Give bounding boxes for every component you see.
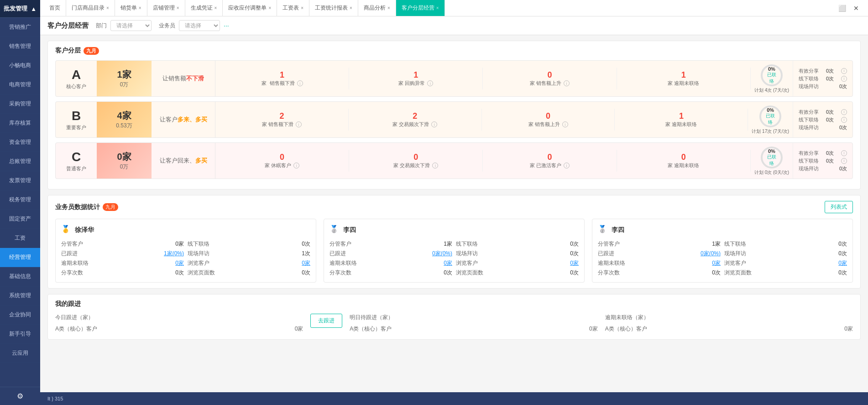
sidebar-item-fixed-assets[interactable]: 固定资产 — [0, 210, 40, 229]
info-icon[interactable]: i — [296, 121, 302, 127]
tier-row-b: B 重要客户 4家 0.53万 让客户多来、多买 2 家 销售额下滑 i — [55, 101, 853, 138]
info-icon[interactable]: i — [297, 80, 303, 86]
main-area: 首页 门店商品目录 × 销货单 × 店铺管理 × 生成凭证 × 应收应付调整单 … — [40, 0, 868, 405]
tier-a-main: 1家 0万 — [97, 61, 152, 96]
tab-receivable[interactable]: 应收应付调整单 × — [223, 0, 277, 16]
sidebar-item-sales[interactable]: 销售管理 — [0, 37, 40, 56]
tier-a-label: A 核心客户 — [56, 61, 97, 96]
followup-title: 我的跟进 — [55, 300, 853, 308]
sidebar-item-tax[interactable]: 税务管理 — [0, 190, 40, 210]
staff-1-stat-share: 分享次数 0次 — [61, 269, 184, 277]
tab-close-payroll-report[interactable]: × — [350, 5, 352, 11]
sidebar-item-biz-mgmt[interactable]: 经营管理 — [0, 248, 40, 267]
list-view-button[interactable]: 列表式 — [825, 201, 853, 213]
sidebar-item-invoice[interactable]: 发票管理 — [0, 171, 40, 190]
biz-stats-section: 业务员数据统计 九月 列表式 🥇 徐泽华 分管客户 0家 — [47, 195, 861, 289]
tab-store-mgmt[interactable]: 店铺管理 × — [147, 0, 185, 16]
sidebar-item-marketing[interactable]: 营销推广 — [0, 18, 40, 37]
staff-2-badge: 🥈 — [329, 225, 340, 236]
tab-payroll-table[interactable]: 工资表 × — [277, 0, 309, 16]
tier-a-stat-4: 1 家 逾期未联络 — [617, 68, 751, 89]
circle-container: 0% 已联络 — [760, 63, 784, 87]
staff-2-stat-browse: 浏览客户 0家 — [456, 259, 579, 267]
info-icon[interactable]: i — [564, 80, 570, 86]
tab-bar: 首页 门店商品目录 × 销货单 × 店铺管理 × 生成凭证 × 应收应付调整单 … — [40, 0, 868, 16]
info-icon[interactable]: i — [564, 163, 570, 168]
tier-b-stat-3: 0 家 销售额上升 i — [482, 109, 615, 131]
info-icon[interactable]: i — [841, 158, 847, 164]
info-icon[interactable]: i — [841, 76, 847, 82]
sidebar-top[interactable]: 批发管理 ▲ — [0, 0, 40, 18]
sidebar-top-label: 批发管理 — [4, 5, 27, 13]
tier-a-stat-1: 1 家 销售额下滑 i — [215, 68, 349, 89]
staff-select[interactable]: 请选择 — [179, 20, 220, 31]
tab-store-products[interactable]: 门店商品目录 × — [66, 0, 115, 16]
tab-close-sales-order[interactable]: × — [139, 5, 141, 11]
sidebar-item-ledger[interactable]: 总账管理 — [0, 152, 40, 171]
tier-c-label: C 普通客户 — [56, 143, 97, 179]
tier-b-stat-4: 1 家 逾期未联络 — [615, 109, 748, 131]
info-icon[interactable]: i — [841, 117, 847, 123]
info-icon[interactable]: i — [841, 150, 847, 156]
dept-select[interactable]: 请选择 — [110, 20, 152, 31]
sidebar-item-ecom[interactable]: 电商管理 — [0, 75, 40, 95]
tier-row-c: C 普通客户 0家 0万 让客户回来、多买 0 家 休眠客户 i 0 — [55, 142, 853, 179]
tier-c-stat-4: 0 家 逾期未联络 — [617, 150, 751, 172]
tier-c-stat-1: 0 家 休眠客户 i — [215, 150, 349, 172]
tier-c-stat-3: 0 家 已激活客户 i — [483, 150, 617, 172]
info-icon[interactable]: i — [432, 163, 438, 168]
staff-card-1: 🥇 徐泽华 分管客户 0家 线下联络 0次 已跟进 — [55, 219, 316, 283]
dept-label: 部门 — [96, 22, 107, 30]
settings-icon[interactable]: ⚙ — [17, 392, 23, 400]
tab-close-store-products[interactable]: × — [106, 5, 109, 11]
staff-2-stat-overdue: 逾期未联络 0家 — [329, 259, 452, 267]
staff-1-stat-visit: 现场拜访 1次 — [188, 250, 310, 258]
sidebar-item-micro-ecom[interactable]: 小畅电商 — [0, 56, 40, 75]
staff-card-2: 🥈 李四 分管客户 1家 线下联络 0次 已跟进 — [324, 219, 585, 283]
tab-close-voucher[interactable]: × — [214, 5, 217, 11]
tab-close-store-mgmt[interactable]: × — [177, 5, 179, 11]
tier-b-label: B 重要客户 — [56, 102, 97, 137]
info-icon[interactable]: i — [562, 121, 568, 127]
staff-3-stat-pages: 浏览页面数 0次 — [724, 269, 847, 277]
info-icon[interactable]: i — [427, 80, 433, 86]
tab-restore-icon[interactable]: ⬜ — [837, 4, 848, 13]
sidebar-item-payroll[interactable]: 工资 — [0, 229, 40, 248]
sidebar-item-sys-mgmt[interactable]: 系统管理 — [0, 286, 40, 305]
staff-3-stat-offline: 线下联络 0次 — [724, 240, 847, 248]
tab-close-customer-tier[interactable]: × — [436, 5, 439, 11]
sidebar-item-new-guide[interactable]: 新手引导 — [0, 325, 40, 344]
sidebar-item-basic-info[interactable]: 基础信息 — [0, 267, 40, 286]
bottom-bar-text: It } 315 — [47, 396, 63, 401]
sidebar-settings[interactable]: ⚙ — [0, 387, 40, 405]
tab-close-product-analysis[interactable]: × — [387, 5, 390, 11]
customer-tiers-section: 客户分层 九月 A 核心客户 1家 0万 让销售额不下滑 1 — [47, 41, 861, 189]
tab-close-all-icon[interactable]: ✕ — [852, 4, 861, 13]
sidebar-item-enterprise[interactable]: 企业协同 — [0, 305, 40, 325]
info-icon[interactable]: i — [841, 109, 847, 115]
followup-goto-button[interactable]: 去跟进 — [310, 314, 342, 328]
staff-1-stat-pages: 浏览页面数 0次 — [188, 269, 310, 277]
staff-1-name: 徐泽华 — [75, 226, 94, 234]
tab-product-analysis[interactable]: 商品分析 × — [358, 0, 396, 16]
tab-voucher[interactable]: 生成凭证 × — [185, 0, 223, 16]
tier-a-stat-2: 1 家 回购异常 i — [349, 68, 483, 89]
sidebar-item-finance[interactable]: 资金管理 — [0, 133, 40, 152]
sidebar-item-cloud-app[interactable]: 云应用 — [0, 344, 40, 363]
info-icon[interactable]: i — [293, 163, 299, 168]
sidebar-collapse-icon: ▲ — [31, 5, 37, 12]
staff-grid: 🥇 徐泽华 分管客户 0家 线下联络 0次 已跟进 — [55, 219, 853, 283]
more-filter-btn[interactable]: ··· — [224, 22, 229, 29]
info-icon[interactable]: i — [431, 121, 437, 127]
tab-close-receivable[interactable]: × — [268, 5, 271, 11]
followup-overdue: 逾期未联络（家） A类（核心）客户 0家 — [605, 314, 853, 334]
tab-home[interactable]: 首页 — [44, 0, 66, 16]
tab-payroll-report[interactable]: 工资统计报表 × — [309, 0, 358, 16]
tab-close-payroll-table[interactable]: × — [301, 5, 303, 11]
tab-customer-tier[interactable]: 客户分层经营 × — [396, 0, 445, 16]
staff-3-stat-visit: 现场拜访 0次 — [724, 250, 847, 258]
tab-sales-order[interactable]: 销货单 × — [115, 0, 147, 16]
sidebar-item-purchase[interactable]: 采购管理 — [0, 95, 40, 114]
info-icon[interactable]: i — [841, 68, 847, 74]
sidebar-item-inventory[interactable]: 库存核算 — [0, 114, 40, 133]
